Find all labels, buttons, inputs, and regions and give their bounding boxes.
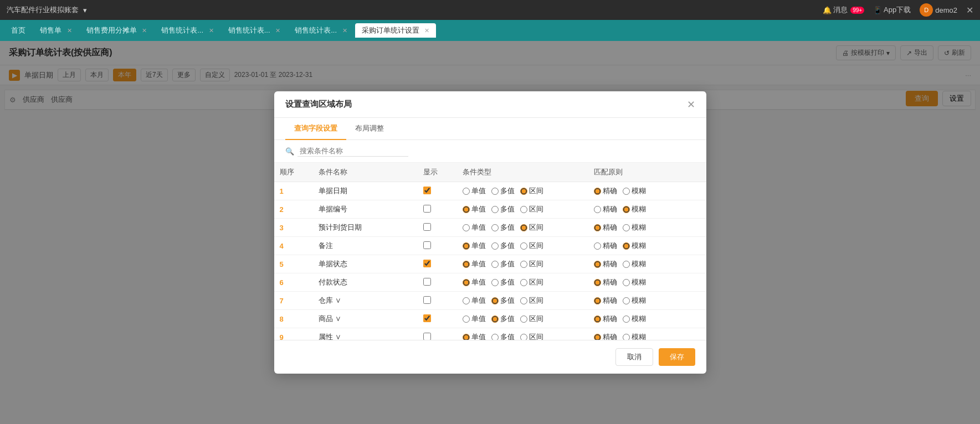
type-radio-多值[interactable]: 多值 bbox=[491, 186, 515, 196]
app-dropdown-icon[interactable]: ▾ bbox=[83, 6, 87, 14]
match-radio-精确[interactable]: 精确 bbox=[594, 223, 617, 232]
type-radio-单值[interactable]: 单值 bbox=[463, 314, 486, 324]
row-type: 单值多值区间 bbox=[457, 310, 588, 328]
row-type: 单值多值区间 bbox=[457, 237, 588, 255]
nav-tab-sales-close[interactable]: ✕ bbox=[67, 27, 72, 34]
th-order: 顺序 bbox=[274, 163, 314, 182]
type-radio-单值[interactable]: 单值 bbox=[463, 241, 486, 251]
dialog-tab-query-fields[interactable]: 查询字段设置 bbox=[285, 118, 346, 140]
settings-table-head: 顺序 条件名称 显示 条件类型 匹配原则 bbox=[274, 163, 706, 182]
download-area[interactable]: 📱 App下载 bbox=[873, 5, 911, 15]
show-checkbox[interactable] bbox=[423, 260, 431, 267]
match-radio-模糊[interactable]: 模糊 bbox=[623, 223, 646, 232]
settings-table-body: 1单据日期单值多值区间精确模糊2单据编号单值多值区间精确模糊3预计到货日期单值多… bbox=[274, 182, 706, 340]
th-type: 条件类型 bbox=[457, 163, 588, 182]
type-radio-区间[interactable]: 区间 bbox=[520, 277, 543, 287]
order-number: 5 bbox=[280, 260, 284, 268]
show-checkbox[interactable] bbox=[423, 241, 431, 249]
type-radio-单值[interactable]: 单值 bbox=[463, 332, 486, 340]
show-checkbox[interactable] bbox=[423, 296, 431, 304]
match-radio-模糊[interactable]: 模糊 bbox=[623, 314, 646, 324]
type-radio-单值[interactable]: 单值 bbox=[463, 259, 486, 269]
type-radio-多值[interactable]: 多值 bbox=[491, 259, 515, 269]
row-name: 仓库 ∨ bbox=[313, 292, 418, 310]
nav-tab-sales-stat1[interactable]: 销售统计表... ✕ bbox=[155, 23, 220, 38]
app-name-area: 汽车配件行业模拟账套 ▾ bbox=[7, 5, 87, 15]
match-radio-精确[interactable]: 精确 bbox=[594, 259, 617, 269]
type-radio-单值[interactable]: 单值 bbox=[463, 277, 486, 287]
show-checkbox[interactable] bbox=[423, 205, 431, 213]
match-radio-精确[interactable]: 精确 bbox=[594, 332, 617, 340]
type-radio-区间[interactable]: 区间 bbox=[520, 204, 543, 214]
show-checkbox[interactable] bbox=[423, 223, 431, 231]
cancel-button[interactable]: 取消 bbox=[615, 348, 653, 366]
match-radio-精确[interactable]: 精确 bbox=[594, 241, 617, 251]
nav-tab-sales-expense-close[interactable]: ✕ bbox=[142, 27, 147, 34]
match-radio-精确[interactable]: 精确 bbox=[594, 314, 617, 324]
type-radio-区间[interactable]: 区间 bbox=[520, 223, 543, 232]
row-order: 1 bbox=[274, 182, 314, 200]
nav-tab-sales-stat2-close[interactable]: ✕ bbox=[275, 27, 280, 34]
row-order: 5 bbox=[274, 255, 314, 273]
type-radio-单值[interactable]: 单值 bbox=[463, 223, 486, 232]
notification-area[interactable]: 🔔 消息 99+ bbox=[823, 5, 864, 15]
type-radio-单值[interactable]: 单值 bbox=[463, 186, 486, 196]
match-radio-模糊[interactable]: 模糊 bbox=[623, 204, 646, 214]
search-input[interactable] bbox=[297, 146, 408, 157]
match-radio-模糊[interactable]: 模糊 bbox=[623, 277, 646, 287]
dialog-header: 设置查询区域布局 ✕ bbox=[274, 91, 706, 118]
show-checkbox[interactable] bbox=[423, 333, 431, 340]
order-number: 3 bbox=[280, 224, 284, 232]
type-radio-多值[interactable]: 多值 bbox=[491, 223, 515, 232]
type-radio-区间[interactable]: 区间 bbox=[520, 186, 543, 196]
dialog-tab-layout[interactable]: 布局调整 bbox=[346, 118, 393, 140]
nav-tab-sales-expense[interactable]: 销售费用分摊单 ✕ bbox=[80, 23, 154, 38]
type-radio-多值[interactable]: 多值 bbox=[491, 296, 515, 306]
type-radio-单值[interactable]: 单值 bbox=[463, 296, 486, 306]
top-bar-actions: 🔔 消息 99+ 📱 App下载 D demo2 ✕ bbox=[823, 3, 973, 17]
type-radio-多值[interactable]: 多值 bbox=[491, 204, 515, 214]
nav-tab-home[interactable]: 首页 bbox=[4, 23, 32, 38]
nav-tab-purchase-stat-close[interactable]: ✕ bbox=[424, 27, 429, 34]
type-radio-多值[interactable]: 多值 bbox=[491, 332, 515, 340]
nav-tab-sales-stat2[interactable]: 销售统计表... ✕ bbox=[222, 23, 287, 38]
match-radio-精确[interactable]: 精确 bbox=[594, 296, 617, 306]
user-avatar[interactable]: D demo2 bbox=[920, 3, 957, 17]
match-radio-模糊[interactable]: 模糊 bbox=[623, 186, 646, 196]
table-row: 8商品 ∨单值多值区间精确模糊 bbox=[274, 310, 706, 328]
nav-tab-sales-stat1-close[interactable]: ✕ bbox=[209, 27, 214, 34]
order-number: 8 bbox=[280, 315, 284, 323]
row-type: 单值多值区间 bbox=[457, 292, 588, 310]
row-type: 单值多值区间 bbox=[457, 328, 588, 340]
row-order: 4 bbox=[274, 237, 314, 255]
nav-tab-sales[interactable]: 销售单 ✕ bbox=[33, 23, 79, 38]
match-radio-精确[interactable]: 精确 bbox=[594, 277, 617, 287]
show-checkbox[interactable] bbox=[423, 314, 431, 322]
nav-tab-purchase-stat[interactable]: 采购订单统计设置 ✕ bbox=[355, 23, 437, 38]
dialog-close-button[interactable]: ✕ bbox=[687, 100, 695, 110]
row-name: 商品 ∨ bbox=[313, 310, 418, 328]
match-radio-模糊[interactable]: 模糊 bbox=[623, 296, 646, 306]
match-radio-精确[interactable]: 精确 bbox=[594, 186, 617, 196]
match-radio-模糊[interactable]: 模糊 bbox=[623, 259, 646, 269]
save-button[interactable]: 保存 bbox=[659, 348, 695, 366]
show-checkbox[interactable] bbox=[423, 278, 431, 286]
type-radio-区间[interactable]: 区间 bbox=[520, 332, 543, 340]
table-row: 3预计到货日期单值多值区间精确模糊 bbox=[274, 219, 706, 237]
modal-overlay: 设置查询区域布局 ✕ 查询字段设置 布局调整 🔍 顺序 条件名 bbox=[0, 41, 980, 424]
type-radio-多值[interactable]: 多值 bbox=[491, 314, 515, 324]
nav-tab-sales-stat3-close[interactable]: ✕ bbox=[342, 27, 347, 34]
type-radio-单值[interactable]: 单值 bbox=[463, 204, 486, 214]
show-checkbox[interactable] bbox=[423, 187, 431, 194]
match-radio-精确[interactable]: 精确 bbox=[594, 204, 617, 214]
type-radio-区间[interactable]: 区间 bbox=[520, 314, 543, 324]
type-radio-区间[interactable]: 区间 bbox=[520, 241, 543, 251]
topbar-close-button[interactable]: ✕ bbox=[966, 5, 973, 15]
nav-tab-sales-stat3[interactable]: 销售统计表... ✕ bbox=[288, 23, 353, 38]
type-radio-区间[interactable]: 区间 bbox=[520, 296, 543, 306]
match-radio-模糊[interactable]: 模糊 bbox=[623, 332, 646, 340]
type-radio-多值[interactable]: 多值 bbox=[491, 241, 515, 251]
match-radio-模糊[interactable]: 模糊 bbox=[623, 241, 646, 251]
type-radio-区间[interactable]: 区间 bbox=[520, 259, 543, 269]
type-radio-多值[interactable]: 多值 bbox=[491, 277, 515, 287]
